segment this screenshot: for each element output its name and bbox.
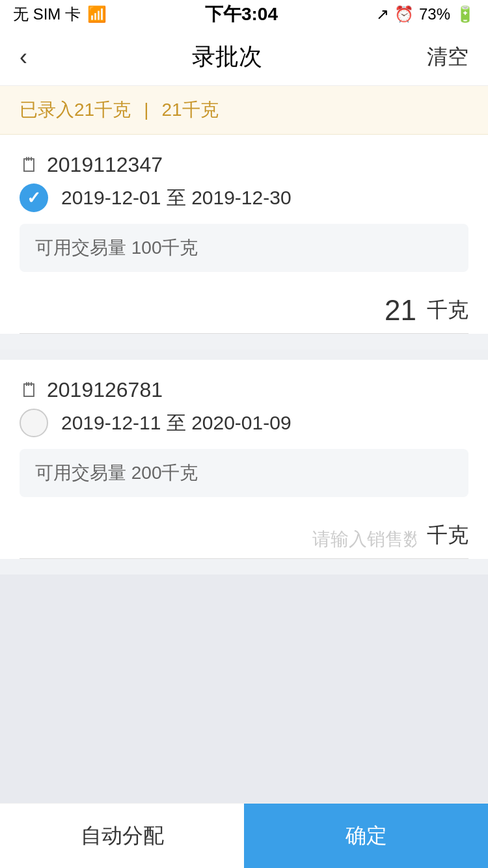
batch-date-row-1: 2019-12-01 至 2019-12-30 (0, 183, 488, 224)
radio-button-1[interactable] (20, 183, 48, 212)
batch-date-1: 2019-12-01 至 2019-12-30 (61, 185, 291, 211)
quantity-unit-1: 千克 (427, 296, 468, 325)
batch-date-row-2: 2019-12-11 至 2020-01-09 (0, 409, 488, 449)
quantity-input-2[interactable] (312, 519, 416, 552)
radio-button-2[interactable] (20, 409, 48, 437)
quantity-row-1: 千克 (0, 284, 488, 327)
batch-icon-2: 🗒 (20, 379, 39, 401)
batch-icon-1: 🗒 (20, 154, 39, 176)
confirm-button[interactable]: 确定 (244, 804, 488, 868)
clear-button[interactable]: 清空 (427, 43, 468, 72)
page-title: 录批次 (192, 41, 262, 73)
content-area: 🗒 2019112347 2019-12-01 至 2019-12-30 可用交… (0, 135, 488, 868)
no-sim-text: 无 SIM 卡 (13, 4, 81, 25)
battery-icon: 🔋 (455, 5, 475, 23)
quantity-divider-2 (20, 558, 468, 559)
recorded-label: 已录入21千克 (20, 98, 131, 122)
quantity-unit-2: 千克 (427, 521, 468, 550)
nav-bar: ‹ 录批次 清空 (0, 29, 488, 86)
quantity-input-1[interactable] (312, 294, 416, 327)
location-icon: ↗ (376, 5, 389, 23)
status-bar: 无 SIM 卡 📶 下午3:04 ↗ ⏰ 73% 🔋 (0, 0, 488, 29)
availability-text-2: 可用交易量 200千克 (35, 463, 198, 483)
availability-text-1: 可用交易量 100千克 (35, 237, 198, 258)
batch-id-2: 2019126781 (47, 378, 163, 402)
status-right: ↗ ⏰ 73% 🔋 (376, 5, 475, 23)
section-divider (0, 349, 488, 360)
status-left: 无 SIM 卡 📶 (13, 4, 107, 25)
quantity-divider-1 (20, 333, 468, 334)
batch-id-1: 2019112347 (47, 153, 163, 177)
availability-box-1: 可用交易量 100千克 (20, 224, 468, 272)
info-divider: | (144, 100, 148, 120)
info-value: 21千克 (161, 98, 218, 122)
status-time: 下午3:04 (205, 2, 278, 27)
auto-distribute-button[interactable]: 自动分配 (0, 804, 244, 868)
batch-card-1: 🗒 2019112347 2019-12-01 至 2019-12-30 可用交… (0, 135, 488, 334)
wifi-icon: 📶 (87, 5, 107, 23)
battery-text: 73% (419, 5, 450, 23)
availability-box-2: 可用交易量 200千克 (20, 449, 468, 497)
alarm-icon: ⏰ (394, 5, 414, 23)
batch-date-2: 2019-12-11 至 2020-01-09 (61, 410, 291, 437)
batch-card-2: 🗒 2019126781 2019-12-11 至 2020-01-09 可用交… (0, 360, 488, 559)
info-bar: 已录入21千克 | 21千克 (0, 86, 488, 135)
back-button[interactable]: ‹ (20, 44, 27, 71)
batch-header-1: 🗒 2019112347 (0, 135, 488, 183)
bottom-bar: 自动分配 确定 (0, 803, 488, 868)
batch-header-2: 🗒 2019126781 (0, 360, 488, 409)
quantity-row-2: 千克 (0, 509, 488, 552)
